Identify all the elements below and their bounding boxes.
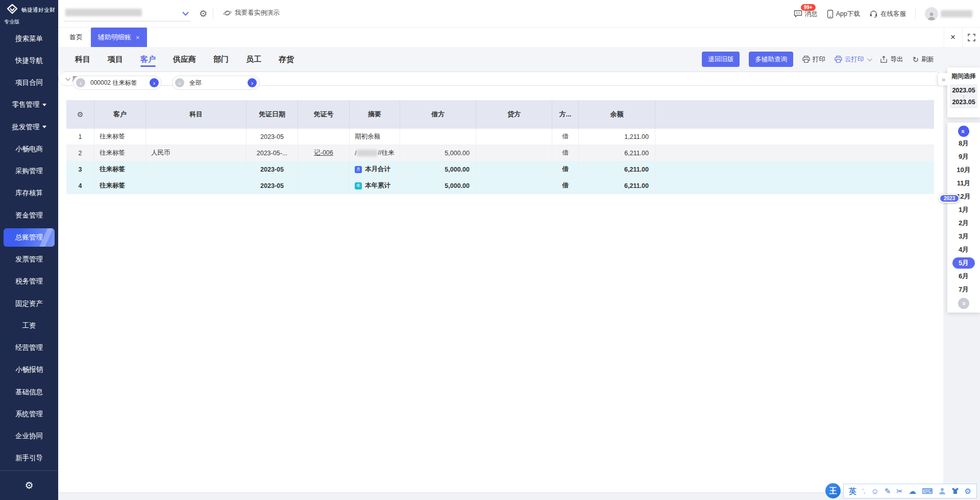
prev-item-icon[interactable]: ‹ — [76, 78, 85, 87]
sidebar-item-search-menu[interactable]: 搜索菜单 — [0, 28, 58, 50]
tab-employee[interactable]: 员工 — [245, 49, 262, 70]
period-range[interactable]: 2023.05 | 2023.05 — [950, 84, 977, 108]
month-item-selected[interactable]: 5月 — [947, 256, 980, 270]
table-row-month-total[interactable]: 3 往来标签 2023-05 月 本月合计 5,000.00 借 6,211.0… — [66, 161, 934, 178]
col-voucher-date: 凭证日期 — [247, 100, 298, 129]
month-item[interactable]: 9月 — [947, 150, 980, 163]
scroll-up-button[interactable]: « — [958, 126, 969, 137]
messages-button[interactable]: 消息 99+ — [794, 10, 818, 18]
sidebar-item-label: 经营管理 — [15, 343, 43, 352]
column-settings-cell[interactable]: ⚙ — [66, 100, 94, 129]
sidebar-item-wholesale-mgmt[interactable]: 批发管理 — [0, 116, 58, 138]
cell-subject — [146, 161, 247, 178]
sidebar-item-system-mgmt[interactable]: 系统管理 — [0, 403, 58, 425]
pencil-icon[interactable]: ✎ — [885, 487, 891, 495]
sidebar-item-project-contract[interactable]: 项目合同 — [0, 72, 58, 94]
avatar — [925, 7, 938, 20]
month-item[interactable]: 4月 — [947, 243, 980, 256]
workspace-gear-icon[interactable]: ⚙ — [199, 8, 207, 19]
tab-home[interactable]: 首页 — [65, 28, 87, 47]
skin-tshirt-icon[interactable] — [951, 487, 959, 494]
month-item[interactable]: 3月 — [947, 230, 980, 243]
online-support-button[interactable]: 在线客服 — [869, 10, 906, 18]
chevron-down-icon — [65, 76, 70, 81]
cloud-icon[interactable]: ☁ — [909, 487, 916, 495]
sidebar-item-beginner-guide[interactable]: 新手引导 — [0, 447, 58, 469]
aux-item-selector[interactable]: ‹ 000002 往来标签 › — [73, 76, 162, 90]
sidebar-item-quick-nav[interactable]: 快捷导航 — [0, 50, 58, 72]
close-page-button[interactable]: × — [944, 28, 962, 47]
keyboard-icon[interactable]: ⌨ — [922, 487, 933, 495]
tab-customer[interactable]: 客户 — [139, 49, 157, 70]
ime-language-toggle[interactable]: 英 — [849, 487, 856, 495]
ime-logo[interactable]: 王 — [825, 483, 841, 498]
sub-toolbar: 科目 项目 客户 供应商 部门 员工 存货 退回旧版 多辅助查询 打印 云打印 … — [58, 47, 980, 72]
settings-gear-icon[interactable]: ⚙ — [24, 480, 33, 491]
sidebar-item-general-ledger[interactable]: 总账管理 — [0, 226, 58, 248]
scroll-down-button[interactable]: « — [958, 298, 969, 309]
sidebar-item-ecommerce[interactable]: 小畅电商 — [0, 138, 58, 160]
tab-subject[interactable]: 科目 — [74, 49, 91, 70]
user-account[interactable] — [925, 7, 972, 20]
month-item[interactable]: 6月 — [947, 270, 980, 283]
back-to-old-version-button[interactable]: 退回旧版 — [702, 52, 740, 67]
export-button[interactable]: 导出 — [880, 55, 903, 64]
demo-link[interactable]: 我要看实例演示 — [223, 9, 280, 17]
next-item-icon[interactable]: › — [150, 78, 159, 87]
next-item-icon[interactable]: › — [248, 78, 257, 87]
divider — [915, 8, 916, 19]
scope-selector[interactable]: ‹ 全部 › — [172, 76, 260, 90]
table-row-year-total[interactable]: 4 往来标签 2023-05 年 本年累计 5,000.00 借 6,211.0… — [66, 178, 934, 194]
tab-supplier[interactable]: 供应商 — [172, 49, 197, 70]
sidebar-item-label: 库存核算 — [15, 188, 43, 198]
month-item[interactable]: 8月 — [947, 137, 980, 150]
sidebar-item-label: 项目合同 — [15, 78, 43, 87]
voucher-link[interactable]: 记-006 — [314, 149, 333, 157]
table-row[interactable]: 1 往来标签 2023-05 期初余额 借 1,211.00 — [66, 129, 934, 145]
fullscreen-button[interactable] — [962, 28, 980, 47]
refresh-button[interactable]: ↻ 刷新 — [912, 55, 934, 64]
prev-item-icon[interactable]: ‹ — [175, 78, 184, 87]
user-icon[interactable] — [939, 487, 946, 495]
month-item[interactable]: 11月 — [947, 177, 980, 190]
ime-punctuation-toggle[interactable]: ’, — [862, 488, 866, 494]
sidebar-item-enterprise-collab[interactable]: 企业协同 — [0, 425, 58, 447]
column-settings-gear-icon[interactable]: ⚙ — [77, 110, 84, 118]
sidebar-item-inventory-accounting[interactable]: 库存核算 — [0, 182, 58, 204]
table-row[interactable]: 2 往来标签 人民币 2023-05-... 记-006 / //往来 5,00… — [66, 145, 934, 161]
table-header-row: ⚙ 客户 科目 凭证日期 凭证号 摘要 借方 贷方 方... 余额 — [66, 100, 934, 129]
cell-credit — [476, 161, 552, 178]
sidebar-item-payroll[interactable]: 工资 — [0, 315, 58, 337]
cell-credit — [476, 129, 552, 145]
sidebar-item-business-mgmt[interactable]: 经营管理 — [0, 337, 58, 359]
tab-department[interactable]: 部门 — [212, 49, 230, 70]
sidebar-item-purchase-mgmt[interactable]: 采购管理 — [0, 160, 58, 182]
company-selector[interactable] — [63, 6, 191, 21]
tab-stock[interactable]: 存货 — [278, 49, 295, 70]
ime-settings-gear-icon[interactable]: ⚙ — [965, 487, 971, 495]
sidebar-item-funds-mgmt[interactable]: 资金管理 — [0, 204, 58, 226]
month-item[interactable]: 1月 — [947, 203, 980, 217]
month-item[interactable]: 10月 — [947, 163, 980, 177]
scissors-icon[interactable]: ✂ — [896, 487, 903, 495]
tab-aux-detail-ledger[interactable]: 辅助明细账 × — [91, 28, 147, 47]
messages-label: 消息 — [805, 10, 818, 18]
collapse-panel-button[interactable]: » — [938, 73, 949, 85]
app-download-button[interactable]: App下载 — [827, 10, 860, 18]
month-item[interactable]: 7月 — [947, 283, 980, 296]
print-button[interactable]: 打印 — [802, 55, 825, 64]
sidebar-item-expense-report[interactable]: 小畅报销 — [0, 359, 58, 381]
tab-project[interactable]: 项目 — [107, 49, 124, 70]
close-tab-icon[interactable]: × — [136, 34, 140, 41]
cell-credit — [476, 178, 552, 194]
emoji-icon[interactable]: ☺ — [871, 487, 878, 495]
sidebar-item-tax-mgmt[interactable]: 税务管理 — [0, 271, 58, 293]
sidebar-item-fixed-assets[interactable]: 固定资产 — [0, 293, 58, 315]
multi-aux-query-button[interactable]: 多辅助查询 — [749, 52, 793, 67]
sidebar-item-invoice-mgmt[interactable]: 发票管理 — [0, 249, 58, 271]
double-chevron-up-icon: « — [960, 129, 967, 133]
sidebar-item-retail-mgmt[interactable]: 零售管理 — [0, 94, 58, 116]
sidebar-item-base-info[interactable]: 基础信息 — [0, 381, 58, 403]
month-item[interactable]: 2月 — [947, 217, 980, 230]
cloud-print-button[interactable]: 云打印 — [835, 55, 871, 64]
